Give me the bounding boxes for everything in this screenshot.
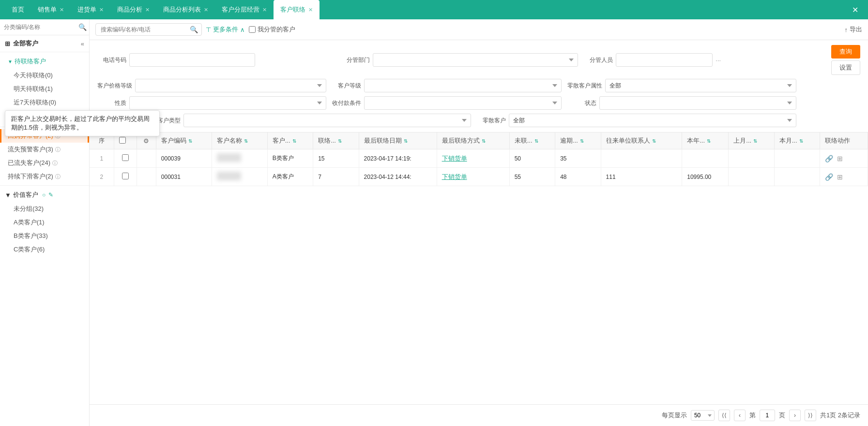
filter-manager-label: 分管人员 [584, 56, 613, 64]
nav-customer-segment-close[interactable]: ✕ [262, 7, 267, 13]
cell-this-year [682, 149, 729, 168]
pending-contact-group-header[interactable]: ▼ 待联络客户 [0, 54, 89, 69]
sidebar-collapse-btn[interactable]: « [81, 40, 84, 47]
col-name[interactable]: 客户名称 ⇅ [212, 132, 267, 149]
per-page-select[interactable]: 50 10 20 100 [691, 410, 715, 421]
export-btn[interactable]: ↑ 导出 [845, 25, 863, 34]
my-customers-checkbox[interactable] [249, 26, 256, 33]
filter-dept-select[interactable] [373, 53, 579, 67]
filter-dots-1[interactable]: ··· [716, 57, 721, 64]
col-not-contacted[interactable]: 未联... ⇅ [509, 132, 555, 149]
nav-customer-contact[interactable]: 客户联络 ✕ [274, 0, 320, 19]
nav-product-analysis[interactable]: 商品分析 ✕ [110, 0, 156, 19]
col-category[interactable]: 客户... ⇅ [267, 132, 313, 149]
query-btn[interactable]: 查询 [831, 45, 860, 59]
row-checkbox-1[interactable] [122, 173, 129, 179]
cell-last-contact-method[interactable]: 下销货单 [437, 168, 509, 186]
last-page-btn[interactable]: ⟩⟩ [805, 410, 816, 421]
col-overdue[interactable]: 逾期... ⇅ [555, 132, 601, 149]
nav-sales[interactable]: 销售单 ✕ [31, 0, 71, 19]
filter-retail-attr-label: 零散客户属性 [567, 82, 602, 90]
row-checkbox-0[interactable] [122, 154, 129, 161]
filter-retail-attr-select[interactable]: 全部 [605, 79, 796, 92]
filter-customer-type-select[interactable] [183, 114, 471, 127]
action-more-icon[interactable]: ⊞ [837, 173, 843, 181]
sidebar-item-today[interactable]: 今天待联络(0) [0, 69, 89, 82]
filter-status-select[interactable] [599, 96, 796, 110]
chevron-down-icon: ∧ [240, 26, 245, 33]
settings-btn[interactable]: 设置 [831, 60, 860, 75]
cell-company-contact [601, 149, 682, 168]
filter-phone-label: 电话号码 [97, 56, 126, 64]
nav-product-analysis-close[interactable]: ✕ [145, 7, 150, 13]
search-input[interactable] [95, 23, 202, 36]
edit-icon[interactable]: ○ [42, 191, 46, 198]
advanced-filter: 电话号码 分管部门 分管人员 ··· 查询 设置 [90, 40, 868, 132]
sidebar-item-churned[interactable]: 已流失客户(24) ⓘ [0, 156, 89, 170]
edit-icon2[interactable]: ✎ [48, 191, 53, 198]
col-this-year[interactable]: 本年... ⇅ [682, 132, 729, 149]
cell-last-contact-method[interactable]: 下销货单 [437, 149, 509, 168]
contact-method-link[interactable]: 下销货单 [442, 173, 467, 180]
next-page-btn[interactable]: › [789, 410, 801, 421]
my-customers-checkbox-wrap[interactable]: 我分管的客户 [249, 25, 295, 34]
per-page-label: 每页显示 [662, 411, 687, 420]
action-contact-icon[interactable]: 🔗 [825, 173, 833, 181]
sidebar-item-7days[interactable]: 近7天待联络(0) [0, 96, 89, 109]
nav-home[interactable]: 首页 [5, 0, 31, 19]
nav-sales-close[interactable]: ✕ [60, 7, 64, 13]
sidebar-item-tomorrow[interactable]: 明天待联络(1) [0, 82, 89, 96]
cell-checkbox[interactable] [114, 168, 137, 186]
cell-checkbox[interactable] [114, 149, 137, 168]
table-header-row: 序 ⚙ 客户编码 ⇅ 客户名称 [90, 132, 868, 149]
col-this-month[interactable]: 本月... ⇅ [774, 132, 820, 149]
select-all-checkbox[interactable] [119, 137, 126, 144]
sidebar-item-churn-warning[interactable]: 流失预警客户(3) ⓘ [0, 143, 89, 156]
sidebar-item-class-c[interactable]: C类客户(6) [0, 243, 89, 256]
arrow-down-icon: ▼ [8, 59, 13, 64]
table-settings-icon[interactable]: ⚙ [143, 137, 149, 145]
col-last-month[interactable]: 上月... ⇅ [729, 132, 774, 149]
nav-product-analysis-list-close[interactable]: ✕ [204, 7, 208, 13]
filter-nature-select[interactable] [129, 96, 326, 110]
first-page-btn[interactable]: ⟨⟨ [718, 410, 730, 421]
nav-product-analysis-list[interactable]: 商品分析列表 ✕ [156, 0, 215, 19]
sidebar-item-class-a[interactable]: A类客户(1) [0, 216, 89, 229]
action-contact-icon[interactable]: 🔗 [825, 155, 833, 162]
col-company-contact[interactable]: 往来单位联系人 ⇅ [601, 132, 682, 149]
table-row: 2 000031 A类客户 7 2023-04-12 14:44: 下销货单 5… [90, 168, 868, 186]
action-more-icon[interactable]: ⊞ [837, 155, 843, 162]
contact-method-link[interactable]: 下销货单 [442, 155, 467, 162]
search-btn-icon[interactable]: 🔍 [190, 26, 198, 33]
more-conditions-btn[interactable]: ⊤ 更多条件 ∧ [206, 25, 245, 34]
page-input[interactable] [760, 410, 775, 421]
cell-action: 🔗 ⊞ [820, 168, 868, 186]
col-last-contact-date[interactable]: 最后联络日期 ⇅ [359, 132, 437, 149]
main-table: 序 ⚙ 客户编码 ⇅ 客户名称 [90, 132, 868, 186]
sidebar-item-class-b[interactable]: B类客户(33) [0, 229, 89, 243]
filter-retail-customer-select[interactable]: 全部 [509, 114, 796, 127]
nav-purchase-close[interactable]: ✕ [99, 7, 104, 13]
col-contact[interactable]: 联络... ⇅ [313, 132, 359, 149]
all-customers-header[interactable]: ⊞ 全部客户 « [0, 35, 89, 52]
col-code[interactable]: 客户编码 ⇅ [156, 132, 212, 149]
nav-purchase[interactable]: 进货单 ✕ [71, 0, 110, 19]
prev-page-btn[interactable]: ‹ [734, 410, 746, 421]
filter-phone-input[interactable] [129, 53, 255, 67]
sort-icon-category: ⇅ [292, 138, 296, 144]
sort-icon-method: ⇅ [482, 138, 486, 144]
nav-customer-segment[interactable]: 客户分层经营 ✕ [215, 0, 274, 19]
value-customers-header[interactable]: ▼ 价值客户 ○ ✎ [0, 188, 89, 202]
filter-payment-select[interactable] [364, 96, 561, 110]
filter-customer-level-select[interactable] [364, 79, 561, 92]
nav-customer-contact-close[interactable]: ✕ [308, 7, 313, 13]
sidebar-item-declining[interactable]: 持续下滑客户(2) ⓘ [0, 170, 89, 183]
filter-nature-label: 性质 [97, 99, 126, 107]
sidebar-item-unclassified[interactable]: 未分组(32) [0, 202, 89, 216]
sidebar-search-icon[interactable]: 🔍 [78, 23, 87, 31]
sidebar-search-input[interactable] [4, 24, 76, 30]
col-last-contact-method[interactable]: 最后联络方式 ⇅ [437, 132, 509, 149]
filter-manager-input[interactable] [616, 53, 713, 67]
filter-price-level-select[interactable] [135, 79, 326, 92]
window-close-btn[interactable]: ✕ [847, 5, 863, 15]
